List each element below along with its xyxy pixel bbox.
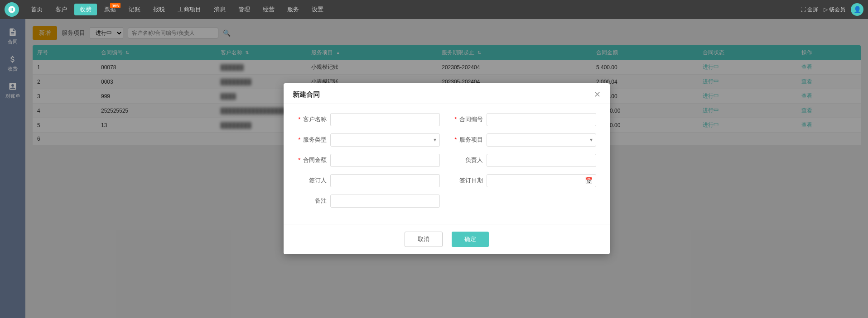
confirm-button[interactable]: 确定: [452, 232, 489, 247]
contract-icon: [8, 27, 18, 37]
amount-label: * 合同金额: [297, 156, 327, 164]
nav-customer[interactable]: 客户: [50, 4, 72, 15]
dialog-body: * 客户名称 * 合同编号: [284, 104, 610, 224]
play-icon: ▷: [824, 6, 828, 13]
sidebar-item-fee[interactable]: 收费: [0, 51, 25, 76]
form-group-responsible: 负责人: [453, 154, 596, 167]
contract-no-input[interactable]: [487, 113, 596, 126]
responsible-label: 负责人: [453, 156, 483, 164]
signer-label: 签订人: [297, 176, 327, 185]
service-type-select[interactable]: [330, 133, 440, 147]
statement-icon: [8, 81, 18, 91]
content-area: 新增 服务项目 进行中 已完成 已终止 🔍 序号 合同编号 ⇅ 客户名称 ⇅ 服…: [25, 19, 868, 318]
nav-service[interactable]: 服务: [282, 4, 304, 15]
top-nav: 首页 客户 收费 票据 new 记账 报税 工商项目 消息 管理 经营 服务 设…: [0, 0, 868, 19]
remark-label: 备注: [297, 197, 327, 205]
fullscreen-btn[interactable]: ⛶ 全屏: [800, 6, 818, 14]
nav-message[interactable]: 消息: [208, 4, 231, 15]
nav-right: ⛶ 全屏 ▷ 畅会员 👤: [800, 3, 863, 16]
service-type-select-wrap: [330, 133, 440, 147]
new-contract-dialog: 新建合同 ✕ * 客户名称: [284, 83, 610, 254]
nav-admin[interactable]: 管理: [233, 4, 256, 15]
dialog-close-button[interactable]: ✕: [594, 90, 601, 99]
form-row-5: 备注: [297, 195, 596, 208]
sign-date-input[interactable]: 2023-06-06: [487, 174, 596, 187]
fullscreen-icon: ⛶: [800, 6, 806, 13]
sign-date-wrap: 2023-06-06 📅: [487, 174, 596, 187]
main-layout: 合同 收费 对账单 新增 服务项目 进行中 已完成 已终止 🔍: [0, 19, 868, 318]
nav-business[interactable]: 工商项目: [172, 4, 207, 15]
remark-input[interactable]: [330, 195, 440, 208]
dialog-overlay: 新建合同 ✕ * 客户名称: [25, 19, 868, 318]
dialog-footer: 取消 确定: [284, 224, 610, 254]
form-group-sign-date: 签订日期 2023-06-06 📅: [453, 174, 596, 187]
app-logo: [5, 2, 19, 17]
customer-name-input[interactable]: [330, 113, 440, 126]
sidebar-item-statement[interactable]: 对账单: [0, 78, 25, 103]
nav-ticket[interactable]: 票据 new: [99, 4, 121, 15]
nav-tax[interactable]: 报税: [148, 4, 170, 15]
form-row-3: * 合同金额 0.00 负责人: [297, 154, 596, 167]
nav-fee[interactable]: 收费: [74, 4, 97, 15]
form-group-empty: [453, 195, 596, 208]
member-btn[interactable]: ▷ 畅会员: [824, 6, 845, 14]
form-group-signer: 签订人: [297, 174, 440, 187]
form-group-service-item: * 服务项目: [453, 133, 596, 147]
form-group-service-type: * 服务类型: [297, 133, 440, 147]
service-type-label: * 服务类型: [297, 136, 327, 144]
nav-settings[interactable]: 设置: [306, 4, 329, 15]
contract-no-label: * 合同编号: [453, 115, 483, 123]
cancel-button[interactable]: 取消: [405, 232, 443, 247]
new-badge: new: [110, 3, 121, 8]
signer-input[interactable]: [330, 174, 440, 187]
dialog-title: 新建合同: [293, 90, 320, 99]
form-row-1: * 客户名称 * 合同编号: [297, 113, 596, 126]
sidebar-item-contract[interactable]: 合同: [0, 24, 25, 49]
dialog-header: 新建合同 ✕: [284, 83, 610, 104]
form-row-4: 签订人 签订日期 2023-06-06 📅: [297, 174, 596, 187]
amount-input[interactable]: 0.00: [330, 154, 440, 167]
nav-home[interactable]: 首页: [25, 4, 48, 15]
form-row-2: * 服务类型 * 服务项目: [297, 133, 596, 147]
form-group-remark: 备注: [297, 195, 440, 208]
nav-operation[interactable]: 经营: [257, 4, 280, 15]
calendar-icon[interactable]: 📅: [585, 177, 593, 184]
fee-icon: [8, 54, 18, 64]
service-item-select[interactable]: [487, 133, 596, 147]
form-group-customer: * 客户名称: [297, 113, 440, 126]
service-item-select-wrap: [487, 133, 596, 147]
customer-label: * 客户名称: [297, 115, 327, 123]
service-item-label: * 服务项目: [453, 136, 483, 144]
form-group-contract-no: * 合同编号: [453, 113, 596, 126]
form-group-amount: * 合同金额 0.00: [297, 154, 440, 167]
sign-date-label: 签订日期: [453, 176, 483, 185]
avatar[interactable]: 👤: [851, 3, 863, 16]
responsible-input[interactable]: [487, 154, 596, 167]
sidebar: 合同 收费 对账单: [0, 19, 25, 318]
nav-bookkeeping[interactable]: 记账: [123, 4, 146, 15]
